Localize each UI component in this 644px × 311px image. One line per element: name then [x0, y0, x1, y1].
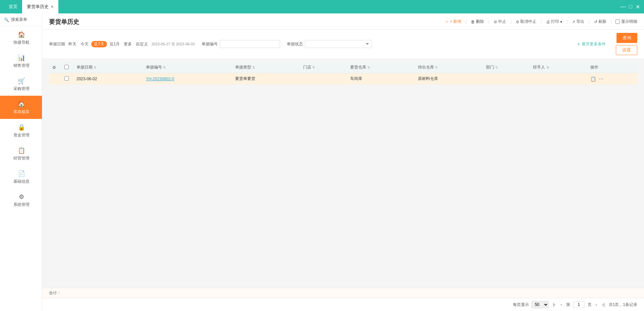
tab-order-history[interactable]: 要货单历史 ✕	[22, 0, 58, 13]
title-row: 要货单历史 ＋ + 新增 🗑 删除 ⊘ 中止	[49, 17, 637, 26]
td-billtype: 要货单要货	[232, 73, 300, 85]
print-btn[interactable]: 🖨 打印 ▾	[545, 17, 563, 26]
sidebar-item-quick-nav[interactable]: 🏠 快捷导航	[0, 26, 42, 49]
cancel-stop-icon: ⊘	[516, 19, 519, 24]
th-pending-warehouse: 待出仓库 ⇅	[415, 62, 483, 73]
td-req-warehouse: 车间库	[347, 73, 414, 85]
stop-btn[interactable]: ⊘ 中止	[493, 17, 507, 26]
td-actions: 📋 ⋯	[587, 73, 637, 85]
billno-input[interactable]	[220, 40, 280, 48]
sidebar-item-basic-info[interactable]: 📄 基础信息	[0, 165, 42, 188]
th-store: 门店 ⇅	[300, 62, 347, 73]
th-store-label: 门店	[303, 65, 311, 70]
date-btn-more[interactable]: 更多	[122, 41, 133, 47]
basic-info-icon: 📄	[18, 170, 25, 177]
window-close-btn[interactable]: ✕	[636, 4, 640, 10]
data-table: ⚙ 单据日期 ⇅ 单据编号 ⇅	[49, 62, 637, 85]
date-range-text: 2023-05-27 至 2023-06-02	[151, 42, 195, 47]
billno-link[interactable]: YH-20230602-0	[146, 77, 174, 81]
row-more-icon[interactable]: ⋯	[599, 76, 603, 82]
sidebar-item-inventory[interactable]: 🏠 库存核算	[0, 96, 42, 119]
refresh-icon: ↺	[594, 19, 597, 24]
td-billno: YH-20230602-0	[143, 73, 232, 85]
tab-home-label: 首页	[9, 4, 17, 10]
sort-billtype-icon[interactable]: ⇅	[252, 65, 255, 69]
display-cell-toggle[interactable]: 显示明细	[615, 19, 637, 25]
tab-home[interactable]: 首页	[4, 0, 22, 13]
query-btn[interactable]: 查询	[616, 33, 637, 43]
sidebar-search-label: 搜索菜单	[11, 17, 27, 23]
print-icon: 🖨	[546, 19, 550, 24]
cancel-stop-btn[interactable]: ⊘ 取消中止	[515, 17, 537, 26]
expand-more-btn[interactable]: ∨ 展开更多条件	[577, 41, 606, 47]
td-pending-warehouse: 原材料仓库	[415, 73, 483, 85]
th-checkbox	[61, 62, 73, 73]
per-page-label: 每页显示	[513, 302, 529, 308]
sort-handler-icon[interactable]: ⇅	[546, 65, 549, 69]
date-btn-1month[interactable]: 近1月	[108, 41, 121, 47]
sort-store-icon[interactable]: ⇅	[312, 65, 315, 69]
row-checkbox[interactable]	[64, 76, 69, 81]
export-btn[interactable]: ↗ 导出	[571, 17, 585, 26]
pagination: 每页显示 50 10 20 100 |‹ ‹ 第 页 › ›| 共1页，1条记录	[42, 298, 644, 311]
sidebar-item-inventory-label: 库存核算	[13, 109, 30, 115]
select-all-checkbox[interactable]	[64, 65, 69, 69]
per-page-select[interactable]: 50 10 20 100	[532, 301, 549, 308]
last-page-btn[interactable]: ›|	[601, 302, 606, 308]
date-btn-yesterday[interactable]: 昨天	[67, 41, 78, 47]
next-page-btn[interactable]: ›	[594, 302, 598, 308]
sidebar-item-finance-mgmt[interactable]: 🔒 资金管理	[0, 119, 42, 142]
filter-row: 单据日期 昨天 今天 近7天 近1月 更多 自定义 2023-05-27 至 2…	[42, 30, 644, 58]
sidebar-search[interactable]: 🔍 搜索菜单	[0, 13, 42, 26]
sort-billno-icon[interactable]: ⇅	[163, 65, 166, 69]
close-tab-icon[interactable]: ✕	[51, 5, 54, 9]
footer-total-label: 合计：	[49, 291, 61, 295]
th-req-warehouse: 要货仓库 ⇅	[347, 62, 414, 73]
th-billno: 单据编号 ⇅	[143, 62, 232, 73]
minimize-btn[interactable]: —	[620, 4, 626, 10]
sort-pending-warehouse-icon[interactable]: ⇅	[435, 65, 438, 69]
th-pending-warehouse-label: 待出仓库	[418, 65, 434, 70]
first-page-btn[interactable]: |‹	[551, 302, 556, 308]
prev-page-btn[interactable]: ‹	[559, 302, 564, 308]
date-filter-label: 单据日期	[49, 41, 65, 47]
table-footer: 合计：	[42, 288, 644, 298]
sidebar-item-ops-mgmt[interactable]: 📋 经营管理	[0, 142, 42, 165]
display-cell-checkbox[interactable]	[615, 19, 620, 24]
status-select[interactable]	[305, 40, 372, 48]
settings-gear-icon[interactable]: ⚙	[52, 65, 56, 70]
tab-order-history-label: 要货单历史	[27, 4, 49, 10]
stop-icon: ⊘	[494, 19, 497, 24]
th-actions: 操作	[587, 62, 637, 73]
refresh-btn[interactable]: ↺ 刷新	[593, 17, 607, 26]
td-date: 2023-06-02	[73, 73, 143, 85]
divider3	[511, 19, 511, 24]
print-label: 打印	[551, 19, 559, 25]
sidebar-item-purchase-mgmt[interactable]: 🛒 采购管理	[0, 73, 42, 96]
sys-mgmt-icon: ⚙	[19, 193, 24, 201]
add-icon: ＋	[445, 19, 449, 25]
maximize-btn[interactable]: □	[629, 4, 632, 10]
th-req-warehouse-label: 要货仓库	[350, 65, 366, 70]
divider4	[541, 19, 541, 24]
delete-btn[interactable]: 🗑 删除	[470, 17, 485, 26]
sort-date-icon[interactable]: ⇅	[94, 65, 96, 69]
add-btn[interactable]: ＋ + 新增	[444, 17, 462, 26]
export-icon: ↗	[572, 19, 575, 24]
sidebar-item-sales-mgmt[interactable]: 📊 销售管理	[0, 49, 42, 73]
setting-btn[interactable]: 设置	[616, 45, 637, 55]
date-btn-custom[interactable]: 自定义	[135, 41, 149, 47]
sort-dept-icon[interactable]: ⇅	[495, 65, 498, 69]
page-number-input[interactable]	[573, 301, 585, 308]
sort-req-warehouse-icon[interactable]: ⇅	[367, 65, 370, 69]
expand-more-label: 展开更多条件	[582, 41, 606, 47]
add-label: + 新增	[450, 19, 461, 25]
finance-mgmt-icon: 🔒	[18, 124, 25, 131]
date-btn-7days[interactable]: 近7天	[91, 41, 107, 47]
date-btn-today[interactable]: 今天	[79, 41, 90, 47]
th-billtype: 单据类型 ⇅	[232, 62, 300, 73]
row-edit-icon[interactable]: 📋	[590, 76, 596, 82]
date-buttons: 昨天 今天 近7天 近1月 更多 自定义	[67, 41, 149, 47]
sidebar-item-purchase-label: 采购管理	[13, 86, 30, 92]
sidebar-item-sys-mgmt[interactable]: ⚙ 系统管理	[0, 188, 42, 212]
